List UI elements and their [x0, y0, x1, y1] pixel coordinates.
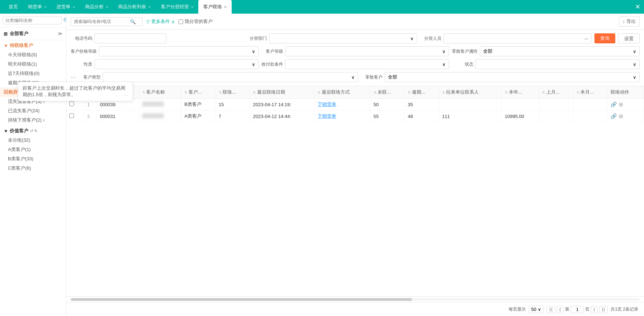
customer-level-select[interactable]: ∨: [285, 46, 449, 56]
page-size-select[interactable]: 50 ∨: [529, 306, 544, 313]
last-page-button[interactable]: ⟩⟩: [599, 306, 608, 313]
scrollbar-track[interactable]: [71, 298, 640, 301]
row1-this-year: [502, 99, 539, 110]
nav-item-analysis-list[interactable]: 商品分析列表 ×: [113, 0, 156, 14]
price-level-select[interactable]: ∨: [99, 46, 259, 56]
nav-item-customer-tier[interactable]: 客户分层经营 ×: [156, 0, 198, 14]
filter-row-3: 性质 ∨ 收付款条件 ∨ 状态: [71, 59, 640, 69]
info-icon[interactable]: ℹ: [43, 118, 45, 123]
window-close-button[interactable]: ✕: [635, 3, 640, 11]
more-conditions-button[interactable]: ▽ 更多条件 ∧: [146, 18, 175, 25]
row2-name: [139, 110, 181, 122]
collapse-icon[interactable]: ≫: [58, 31, 62, 36]
sidebar-item-today[interactable]: 今天待联络(0): [0, 50, 66, 60]
tooltip-close[interactable]: ...: [124, 91, 128, 97]
gender-select[interactable]: ∨: [94, 59, 259, 69]
sidebar-item-ungrouped[interactable]: 未分组(32): [0, 136, 66, 145]
sort-icon[interactable]: ⇅: [442, 90, 445, 94]
customer-type-select[interactable]: ∨: [103, 72, 358, 82]
row2-contact-count: 7: [216, 110, 250, 122]
sort-icon[interactable]: ⇅: [505, 90, 508, 94]
row1-last-date: 2023-04-17 14:19:: [250, 99, 315, 110]
sidebar-all-customers[interactable]: ⊞ 全部客户 ≫: [0, 28, 66, 40]
table-area: ⚙ # ⇅ 客户编码 ⇅ 客户名称 ⇅: [66, 86, 644, 296]
filter-icon: ▽: [146, 19, 150, 24]
dept-select[interactable]: ∨: [269, 33, 417, 43]
row2-link-icon[interactable]: 🔗: [611, 113, 617, 119]
sidebar-item-tomorrow[interactable]: 明天待联络(1): [0, 60, 66, 69]
sidebar-item-7days[interactable]: 近7天待联络(0): [0, 69, 66, 78]
row2-code: 000031: [97, 110, 139, 122]
sort-icon[interactable]: ⇅: [374, 90, 376, 94]
sidebar-value-title[interactable]: ▼ 价值客户 ↺ ✎: [0, 126, 66, 136]
col-contact-count: ⇅ 联络...: [216, 86, 250, 99]
nav-item-customer-contact[interactable]: 客户联络 ×: [198, 0, 231, 14]
refresh-icon[interactable]: ↺: [30, 129, 33, 133]
first-page-button[interactable]: ⟨⟨: [547, 306, 555, 313]
export-button[interactable]: ↑ 导出: [619, 16, 640, 27]
row1-checkbox[interactable]: [69, 102, 74, 106]
page-input[interactable]: [571, 306, 584, 313]
grid-icon: ⊞: [4, 31, 8, 37]
row2-checkbox[interactable]: [69, 113, 74, 118]
row2-method-link[interactable]: 下销货单: [318, 113, 336, 119]
sort-icon[interactable]: ⇅: [576, 90, 579, 94]
sort-icon[interactable]: ⇅: [253, 90, 256, 94]
row1-last-method: 下销货单: [315, 99, 371, 110]
nav-item-sales[interactable]: 销货单 ×: [23, 0, 51, 14]
col-this-month: ⇅ 本月...: [573, 86, 608, 99]
sort-icon[interactable]: ⇅: [184, 90, 187, 94]
payment-select[interactable]: ∨: [285, 59, 449, 69]
sidebar-item-declining[interactable]: 持续下滑客户(2) ℹ: [0, 115, 66, 125]
table-row: 2 000031 A类客户 7 2023-04-12 14:44: 下销货单 5…: [66, 110, 644, 122]
close-icon[interactable]: ×: [73, 5, 75, 9]
row1-grid-icon[interactable]: ⊞: [619, 102, 623, 107]
row1-link-icon[interactable]: 🔗: [611, 102, 617, 107]
my-customers-checkbox[interactable]: 我分管的客户: [179, 18, 213, 25]
my-customers-check[interactable]: [179, 19, 183, 24]
row1-type: B类客户: [181, 99, 216, 110]
close-icon[interactable]: ×: [148, 5, 150, 9]
sort-icon[interactable]: ⇅: [142, 90, 145, 94]
more-icon[interactable]: ···: [71, 74, 76, 81]
sort-icon[interactable]: ⇅: [408, 90, 411, 94]
dept-field: 分管部门 ∨: [245, 33, 417, 43]
next-page-button[interactable]: ⟩: [591, 306, 598, 313]
settings-button[interactable]: 设置: [618, 33, 640, 43]
status-select[interactable]: ∨: [476, 59, 640, 69]
close-icon[interactable]: ×: [106, 5, 108, 9]
search-icon[interactable]: 🔍: [130, 19, 136, 24]
nav-item-home[interactable]: 首页: [4, 0, 23, 14]
manager-select[interactable]: ···: [444, 33, 592, 43]
chevron-down-icon: ∨: [633, 49, 636, 54]
search-icon[interactable]: 🔍: [63, 18, 66, 23]
sidebar-item-a-class[interactable]: A类客户(1): [0, 145, 66, 154]
retail-customer-select[interactable]: 全部 ∨: [385, 72, 640, 82]
horizontal-scrollbar[interactable]: [66, 296, 644, 302]
prev-page-button[interactable]: ⟨: [557, 306, 564, 313]
row2-grid-icon[interactable]: ⊞: [619, 113, 623, 119]
close-icon[interactable]: ×: [191, 5, 193, 9]
nav-item-purchase[interactable]: 进货单 ×: [51, 0, 80, 14]
edit-icon[interactable]: ✎: [34, 129, 37, 133]
sort-icon[interactable]: ⇅: [219, 90, 222, 94]
close-icon[interactable]: ×: [224, 5, 226, 9]
sort-icon[interactable]: ⇅: [542, 90, 545, 94]
page-nav: ⟨⟨ ⟨ 第 页 ⟩ ⟩⟩: [547, 306, 608, 313]
scrollbar-thumb[interactable]: [71, 298, 412, 301]
nav-item-analysis[interactable]: 商品分析 ×: [80, 0, 113, 14]
close-icon[interactable]: ×: [44, 5, 46, 9]
sidebar-pending-title[interactable]: ▼ 待联络客户: [0, 40, 66, 50]
chevron-down-icon: ∨: [538, 307, 541, 312]
sidebar-item-lost[interactable]: 已流失客户(24): [0, 106, 66, 115]
row1-method-link[interactable]: 下销货单: [318, 102, 336, 107]
retail-attr-select[interactable]: 全部 ∨: [480, 46, 640, 56]
filter-search-input[interactable]: [74, 19, 128, 24]
sidebar-item-b-class[interactable]: B类客户(33): [0, 154, 66, 164]
row2-overdue: 48: [405, 110, 439, 122]
sidebar-item-c-class[interactable]: C类客户(6): [0, 164, 66, 173]
sidebar-search-input[interactable]: [3, 16, 62, 24]
sort-icon[interactable]: ⇅: [318, 90, 320, 94]
phone-input[interactable]: [94, 33, 166, 43]
query-button[interactable]: 查询: [594, 33, 615, 43]
